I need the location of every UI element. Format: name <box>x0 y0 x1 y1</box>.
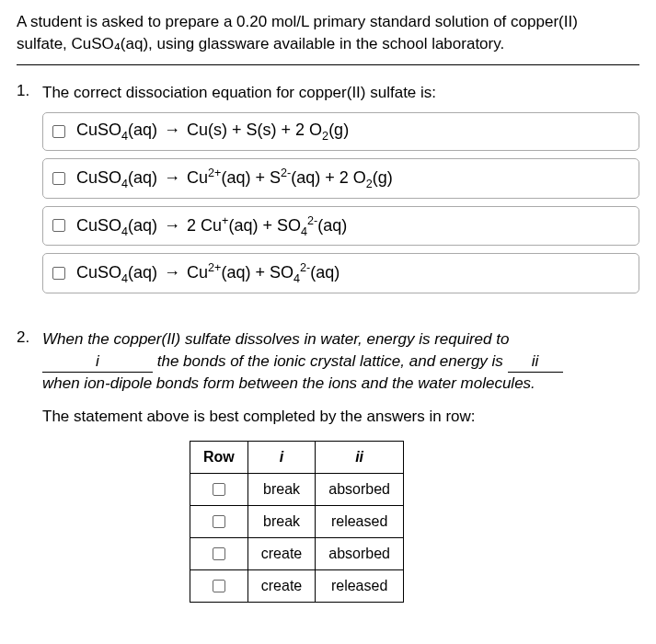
q1-option-a[interactable]: CuSO4(aq) → Cu(s) + S(s) + 2 O2(g) <box>42 112 639 151</box>
checkbox-icon[interactable] <box>213 547 225 560</box>
option-text: CuSO4(aq) → Cu2+(aq) + S2-(aq) + 2 O2(g) <box>76 167 393 190</box>
blank-i: i <box>42 351 153 374</box>
table-row: create released <box>190 570 404 603</box>
question-2: 2. When the copper(II) sulfate dissolves… <box>17 328 639 603</box>
answer-table: Row i ii break absorbed break released c… <box>190 441 404 603</box>
cell-i: create <box>247 570 315 603</box>
header-i: i <box>247 442 315 474</box>
checkbox-icon[interactable] <box>52 172 65 185</box>
table-row: create absorbed <box>190 538 404 570</box>
question-1: 1. The correct dissociation equation for… <box>17 82 639 301</box>
stmt-mid: the bonds of the ionic crystal lattice, … <box>157 352 508 370</box>
cell-ii: released <box>316 506 404 538</box>
header-row: Row <box>190 442 248 474</box>
header-ii: ii <box>316 442 404 474</box>
cell-i: break <box>247 474 315 506</box>
q2-number: 2. <box>17 328 42 347</box>
divider <box>17 64 639 65</box>
stmt-post: when ion-dipole bonds form between the i… <box>42 374 535 392</box>
q2-completion-text: The statement above is best completed by… <box>42 408 639 426</box>
intro-text: A student is asked to prepare a 0.20 mol… <box>17 11 639 55</box>
q1-prompt: The correct dissociation equation for co… <box>42 82 639 104</box>
option-text: CuSO4(aq) → Cu2+(aq) + SO42-(aq) <box>76 261 340 285</box>
option-text: CuSO4(aq) → Cu(s) + S(s) + 2 O2(g) <box>76 121 349 143</box>
q1-option-b[interactable]: CuSO4(aq) → Cu2+(aq) + S2-(aq) + 2 O2(g) <box>42 158 639 199</box>
intro-line2: sulfate, CuSO₄(aq), using glassware avai… <box>17 35 504 52</box>
intro-line1: A student is asked to prepare a 0.20 mol… <box>17 13 578 30</box>
q1-number: 1. <box>17 82 42 100</box>
checkbox-icon[interactable] <box>213 580 225 592</box>
cell-ii: absorbed <box>316 474 404 506</box>
option-text: CuSO4(aq) → 2 Cu+(aq) + SO42-(aq) <box>76 214 347 238</box>
table-row: break released <box>190 506 404 538</box>
stmt-pre: When the copper(II) sulfate dissolves in… <box>42 330 509 348</box>
checkbox-icon[interactable] <box>213 515 225 528</box>
cell-ii: absorbed <box>316 538 404 570</box>
cell-ii: released <box>316 570 404 603</box>
table-row: break absorbed <box>190 474 404 506</box>
q1-option-d[interactable]: CuSO4(aq) → Cu2+(aq) + SO42-(aq) <box>42 253 639 293</box>
blank-ii: ii <box>508 351 563 374</box>
checkbox-icon[interactable] <box>213 483 225 496</box>
cell-i: break <box>247 506 315 538</box>
table-header-row: Row i ii <box>190 442 404 474</box>
q2-statement: When the copper(II) sulfate dissolves in… <box>42 328 639 395</box>
cell-i: create <box>247 538 315 570</box>
checkbox-icon[interactable] <box>52 267 65 280</box>
q1-option-c[interactable]: CuSO4(aq) → 2 Cu+(aq) + SO42-(aq) <box>42 206 639 247</box>
checkbox-icon[interactable] <box>52 125 65 138</box>
checkbox-icon[interactable] <box>52 219 65 232</box>
